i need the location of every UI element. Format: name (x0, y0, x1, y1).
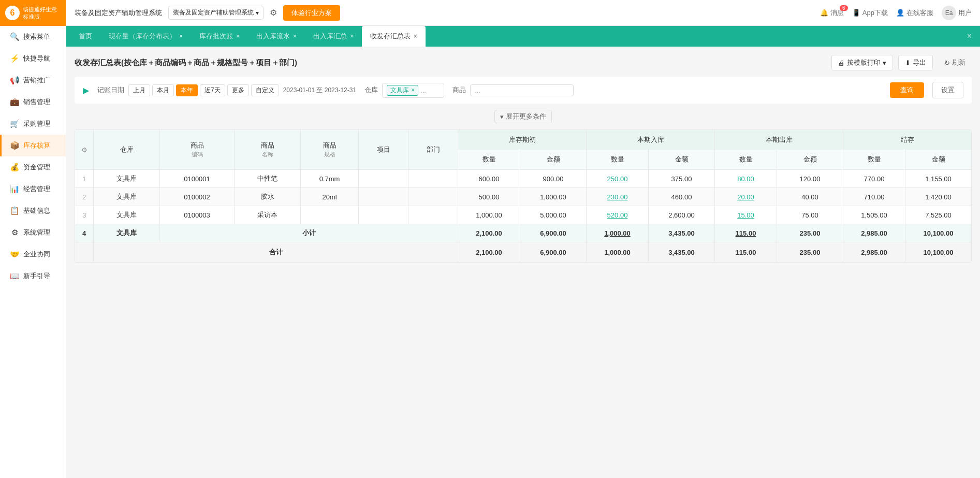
logo-icon: 6 (5, 6, 20, 20)
warehouse-filter-group: 仓库 文具库 × ... (364, 83, 444, 98)
table-name-header: 商品名称 (235, 130, 301, 170)
row-out-qty[interactable]: 15.00 (715, 206, 777, 224)
tab-出入库汇总[interactable]: 出入库汇总 × (305, 26, 362, 47)
system-name: 装备及固定资产辅助管理系统 (75, 8, 162, 18)
phone-icon: 📱 (852, 9, 860, 17)
sidebar-icon: 📢 (10, 76, 19, 85)
sidebar-item-资金管理[interactable]: 💰资金管理 (0, 156, 66, 178)
app-download-item[interactable]: 📱 App下载 (852, 8, 888, 18)
online-service-item[interactable]: 👤 在线客服 (896, 8, 933, 18)
query-button[interactable]: 查询 (890, 82, 924, 98)
row-in-qty[interactable]: 250.00 (587, 170, 649, 188)
tab-出入库流水[interactable]: 出入库流水 × (248, 26, 305, 47)
tab-close-icon[interactable]: × (179, 33, 183, 40)
goods-more[interactable]: ... (475, 86, 480, 94)
row-warehouse: 文具库 (94, 170, 160, 188)
expand-conditions-button[interactable]: ▾ 展开更多条件 (494, 110, 552, 123)
tab-bar: 首页现存量（库存分布表） ×库存批次账 ×出入库流水 ×出入库汇总 ×收发存汇总… (66, 26, 980, 47)
sidebar-item-新手引导[interactable]: 📖新手引导 (0, 265, 66, 287)
tab-现存量（库存分布表）[interactable]: 现存量（库存分布表） × (100, 26, 191, 47)
table-in-header: 本期入库 (587, 130, 715, 150)
tab-close-icon[interactable]: × (236, 33, 240, 40)
subtotal-in-qty[interactable]: 1,000.00 (587, 224, 649, 242)
table-row: 2 文具库 0100002 胶水 20ml 500.00 1,000.00 23… (75, 188, 972, 206)
print-button[interactable]: 🖨 按模版打印 ▾ (831, 55, 893, 70)
row-in-amt: 375.00 (649, 170, 715, 188)
date-range-display: 2023-01-01 至 2023-12-31 (283, 86, 356, 95)
row-in-qty[interactable]: 230.00 (587, 188, 649, 206)
row-balance-amt: 1,155.00 (905, 170, 972, 188)
row-out-amt: 75.00 (777, 206, 843, 224)
sidebar-item-搜索菜单[interactable]: 🔍搜索菜单 (0, 26, 66, 48)
sidebar-item-采购管理[interactable]: 🛒采购管理 (0, 113, 66, 135)
tab-close-icon[interactable]: × (293, 33, 297, 40)
sidebar-label: 新手引导 (23, 271, 50, 281)
topbar-left: 装备及固定资产辅助管理系统 装备及固定资产辅助管理系统 ▾ ⚙ 体验行业方案 (75, 5, 340, 21)
table-in-amt-header: 金额 (649, 150, 715, 170)
sidebar-icon: 📋 (10, 206, 19, 215)
sidebar-item-经营管理[interactable]: 📊经营管理 (0, 178, 66, 200)
tab-label: 出入库汇总 (313, 32, 347, 41)
user-item[interactable]: Ea 用户 (942, 6, 972, 20)
sidebar-item-营销推广[interactable]: 📢营销推广 (0, 69, 66, 91)
subtotal-out-qty[interactable]: 115.00 (715, 224, 777, 242)
subtotal-opening-qty: 2,100.00 (458, 224, 520, 242)
tab-close-icon[interactable]: × (350, 33, 354, 40)
table-row: 1 文具库 0100001 中性笔 0.7mm 600.00 900.00 25… (75, 170, 972, 188)
sidebar-item-基础信息[interactable]: 📋基础信息 (0, 200, 66, 222)
tab-label: 现存量（库存分布表） (109, 32, 176, 41)
table-row: 3 文具库 0100003 采访本 1,000.00 5,000.00 520.… (75, 206, 972, 224)
row-in-qty[interactable]: 520.00 (587, 206, 649, 224)
set-button[interactable]: 设置 (932, 82, 963, 98)
date-btn-本年[interactable]: 本年 (176, 84, 198, 96)
export-icon: ⬇ (905, 59, 911, 67)
row-dept (408, 206, 458, 224)
date-btn-更多[interactable]: 更多 (227, 84, 249, 96)
system-select[interactable]: 装备及固定资产辅助管理系统 ▾ (168, 6, 264, 20)
refresh-button[interactable]: ↻ 刷新 (938, 55, 972, 70)
table-config-col[interactable]: ⚙ (75, 130, 94, 170)
warehouse-tag-input[interactable]: 文具库 × ... (382, 83, 444, 98)
row-out-qty[interactable]: 80.00 (715, 170, 777, 188)
date-buttons: 上月本月本年近7天更多自定义 (128, 84, 279, 96)
notification-item[interactable]: 🔔 消息 6 (820, 8, 844, 18)
sidebar-item-企业协同[interactable]: 🤝企业协同 (0, 243, 66, 265)
row-dept (408, 170, 458, 188)
sidebar-item-系统管理[interactable]: ⚙系统管理 (0, 222, 66, 243)
total-balance-amt: 10,100.00 (905, 242, 972, 263)
row-spec: 20ml (301, 188, 359, 206)
total-label: 合计 (94, 242, 458, 263)
warehouse-more[interactable]: ... (420, 86, 426, 94)
sidebar-item-库存核算[interactable]: 📦库存核算 (0, 135, 66, 156)
subtotal-num: 4 (75, 224, 94, 242)
topbar: 装备及固定资产辅助管理系统 装备及固定资产辅助管理系统 ▾ ⚙ 体验行业方案 🔔… (66, 0, 980, 26)
date-btn-上月[interactable]: 上月 (128, 84, 150, 96)
tab-收发存汇总表[interactable]: 收发存汇总表 × (362, 26, 426, 47)
date-btn-近7天[interactable]: 近7天 (200, 84, 225, 96)
filter-toggle-icon[interactable]: ▶ (83, 85, 89, 95)
sidebar-label: 库存核算 (23, 141, 50, 150)
tabs-close-all-icon[interactable]: × (963, 32, 976, 41)
experience-button[interactable]: 体验行业方案 (283, 5, 340, 21)
settings-icon[interactable]: ⚙ (270, 8, 277, 18)
row-in-amt: 460.00 (649, 188, 715, 206)
tab-库存批次账[interactable]: 库存批次账 × (191, 26, 248, 47)
sidebar-label: 快捷导航 (23, 54, 50, 63)
warehouse-tag-remove[interactable]: × (411, 86, 415, 94)
date-btn-本月[interactable]: 本月 (152, 84, 174, 96)
subtotal-out-amt: 235.00 (777, 224, 843, 242)
warehouse-filter-label: 仓库 (364, 85, 378, 95)
goods-filter-label: 商品 (452, 85, 466, 95)
row-code: 0100003 (160, 206, 235, 224)
goods-tag-input[interactable]: ... (470, 84, 574, 96)
sidebar-label: 采购管理 (23, 119, 50, 128)
sidebar-item-快捷导航[interactable]: ⚡快捷导航 (0, 48, 66, 69)
total-balance-qty: 2,985.00 (843, 242, 905, 263)
date-btn-自定义[interactable]: 自定义 (251, 84, 279, 96)
export-button[interactable]: ⬇ 导出 (898, 55, 933, 70)
row-out-qty[interactable]: 20.00 (715, 188, 777, 206)
sidebar-item-销售管理[interactable]: 💼销售管理 (0, 91, 66, 113)
table-out-amt-header: 金额 (777, 150, 843, 170)
tab-首页[interactable]: 首页 (70, 26, 100, 47)
tab-close-icon[interactable]: × (414, 33, 417, 40)
